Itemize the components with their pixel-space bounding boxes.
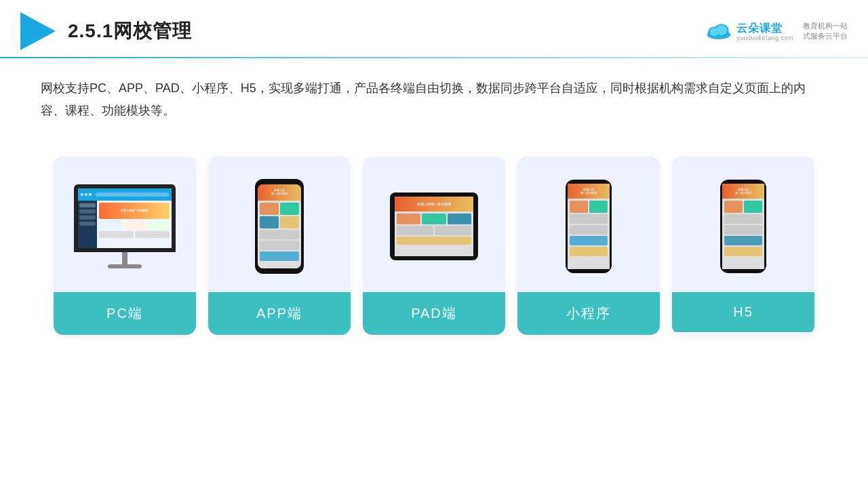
h5-phone-screen: 职通人的第一堂沟通课 — [722, 184, 764, 269]
h5-phone-notch — [736, 180, 750, 183]
monitor-base — [108, 264, 142, 268]
app-phone-header: 职通人的第一堂沟通课 — [258, 184, 301, 201]
screen-header-bar — [78, 188, 172, 201]
screen-content-pc: 职通人的第一堂沟通课 — [78, 188, 172, 248]
svg-marker-0 — [20, 12, 56, 50]
tablet-body: 职通人的第一堂沟通课 — [390, 192, 478, 260]
h5-phone: 职通人的第一堂沟通课 — [720, 180, 766, 273]
card-miniapp: 职通人的第一堂沟通课 — [517, 157, 660, 335]
card-miniapp-image: 职通人的第一堂沟通课 — [517, 157, 660, 292]
card-pad-image: 职通人的第一堂沟通课 — [363, 157, 505, 292]
brand-logo: 云朵课堂 yunduoketang.com 教育机构一站式服务云平台 — [705, 21, 848, 42]
pc-monitor: 职通人的第一堂沟通课 — [74, 184, 176, 268]
logo-main-text: 云朵课堂 — [736, 22, 793, 36]
tablet-screen: 职通人的第一堂沟通课 — [395, 197, 473, 256]
cloud-icon — [705, 22, 732, 41]
miniapp-phone-notch — [582, 180, 595, 183]
card-app-image: 职通人的第一堂沟通课 — [208, 157, 351, 292]
card-h5-image: 职通人的第一堂沟通课 — [672, 157, 814, 292]
page-title: 2.5.1网校管理 — [68, 18, 192, 44]
app-phone-notch — [272, 179, 287, 183]
app-phone-frame: 职通人的第一堂沟通课 — [255, 179, 304, 274]
card-h5: 职通人的第一堂沟通课 — [672, 157, 814, 335]
app-phone-screen: 职通人的第一堂沟通课 — [258, 184, 301, 268]
description-text: 网校支持PC、APP、PAD、小程序、H5，实现多端打通，产品各终端自由切换，数… — [0, 58, 868, 129]
svg-point-5 — [716, 25, 727, 35]
monitor-stand — [122, 252, 127, 264]
cards-section: 职通人的第一堂沟通课 — [0, 136, 868, 335]
card-pc-image: 职通人的第一堂沟通课 — [54, 157, 196, 292]
logo-play-icon — [20, 12, 56, 50]
card-pc-label: PC端 — [54, 292, 196, 335]
logo-cloud-area: 云朵课堂 yunduoketang.com 教育机构一站式服务云平台 — [705, 21, 848, 42]
monitor-screen: 职通人的第一堂沟通课 — [74, 184, 176, 252]
app-screen-content: 职通人的第一堂沟通课 — [258, 184, 301, 268]
miniapp-phone: 职通人的第一堂沟通课 — [566, 180, 612, 273]
card-app-label: APP端 — [208, 292, 351, 335]
header-left: 2.5.1网校管理 — [20, 12, 192, 50]
card-miniapp-label: 小程序 — [517, 292, 660, 335]
card-h5-label: H5 — [672, 292, 814, 332]
pad-tablet: 职通人的第一堂沟通课 — [390, 192, 478, 260]
app-phone-body-content — [258, 201, 301, 268]
miniapp-phone-screen: 职通人的第一堂沟通课 — [568, 184, 610, 269]
card-app: 职通人的第一堂沟通课 — [208, 157, 351, 335]
h5-phone-body: 职通人的第一堂沟通课 — [720, 180, 766, 273]
logo-en-text: yunduoketang.com — [736, 35, 793, 41]
app-phone-body: 职通人的第一堂沟通课 — [255, 179, 304, 274]
logo-text: 云朵课堂 yunduoketang.com — [736, 22, 793, 41]
card-pad-label: PAD端 — [363, 292, 505, 335]
logo-tagline: 教育机构一站式服务云平台 — [803, 21, 848, 42]
play-icon — [20, 12, 56, 50]
card-pad: 职通人的第一堂沟通课 — [363, 157, 505, 335]
page-header: 2.5.1网校管理 云朵课堂 yunduoketang.com 教育机构一站式服… — [0, 0, 868, 50]
card-pc: 职通人的第一堂沟通课 — [54, 157, 196, 335]
miniapp-phone-body: 职通人的第一堂沟通课 — [566, 180, 612, 273]
